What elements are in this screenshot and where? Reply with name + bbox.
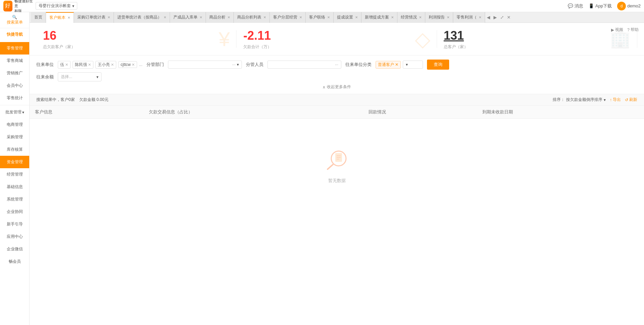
svg-line-1 [328, 165, 333, 169]
sidebar: 🔍 搜索菜单 快捷导航 零售管理 零售商城 营销推广 会员中心 [0, 12, 30, 325]
tab-close-purchase-order[interactable]: ✕ [108, 15, 110, 19]
stat-owing-label: 总欠款客户（家） [43, 44, 75, 50]
category-tag-normal: 普通客户 ✕ [376, 61, 401, 69]
tab-close-inbound-stat[interactable]: ✕ [164, 15, 166, 19]
unit-tag-wu-remove[interactable]: ✕ [65, 63, 68, 67]
sidebar-search[interactable]: 🔍 搜索菜单 [0, 12, 29, 28]
category-tag-remove[interactable]: ✕ [395, 62, 398, 67]
tabs-maximize[interactable]: ⤢ [499, 12, 505, 23]
filter-section: 往来单位 伍 ✕ 陈民强 ✕ 王小亮 [30, 56, 644, 94]
tab-new-achievement[interactable]: 新增提成方案 ✕ [361, 12, 397, 23]
tab-profit-report[interactable]: 利润报告 ✕ [425, 12, 453, 23]
top-bar: 好 畅捷通好生意 标版 母婴行业演示帐套 ▾ 💬 消息 📱 App下载 d de… [0, 0, 644, 12]
help-links: ▶ 视频 ? 帮助 [611, 27, 639, 33]
tab-product-analysis[interactable]: 商品分析 ✕ [206, 12, 234, 23]
balance-chevron-icon: ▾ [96, 75, 98, 79]
sidebar-item-retail-mall[interactable]: 零售商城 [0, 55, 29, 67]
tab-close-retail-profit[interactable]: ✕ [479, 15, 481, 19]
sidebar-item-wholesale-mgmt[interactable]: 批发管理 ▾ [0, 106, 29, 118]
account-selector[interactable]: 母婴行业演示帐套 ▾ [36, 2, 77, 10]
unit-tag-wu: 伍 ✕ [58, 61, 71, 69]
tab-close-accounts[interactable]: ✕ [68, 16, 70, 20]
tab-close-customer-tier[interactable]: ✕ [299, 15, 302, 19]
sidebar-item-app-center[interactable]: 应用中心 [0, 230, 29, 243]
diamond-watermark-icon: ◇ [415, 27, 430, 51]
tab-promotion-settings[interactable]: 提成设置 ✕ [334, 12, 361, 23]
tab-close-product-analysis[interactable]: ✕ [227, 15, 230, 19]
sidebar-item-system-mgmt[interactable]: 系统管理 [0, 193, 29, 206]
tabs-scroll-left[interactable]: ◀ [485, 12, 492, 23]
tab-close-profit-report[interactable]: ✕ [447, 15, 449, 19]
tab-close-product-analysis-list[interactable]: ✕ [263, 15, 266, 19]
tab-cost-inbound[interactable]: 产成品入库单 ✕ [170, 12, 206, 23]
refresh-button[interactable]: ↺ 刷新 [625, 97, 637, 103]
sidebar-item-new-guide[interactable]: 新手引导 [0, 218, 29, 230]
filter-row-1: 往来单位 伍 ✕ 陈民强 ✕ 王小亮 [36, 60, 637, 70]
sidebar-item-member-center[interactable]: 会员中心 [0, 79, 29, 92]
sidebar-item-enterprise-coop[interactable]: 企业协同 [0, 206, 29, 218]
tab-close-customer-contact[interactable]: ✕ [327, 15, 330, 19]
unit-tag-cjttcw: cjttcw ✕ [118, 61, 137, 68]
sidebar-nav: 零售管理 零售商城 营销推广 会员中心 零售统计 批发管理 [0, 41, 29, 269]
video-help-link[interactable]: ▶ 视频 [611, 27, 623, 33]
tab-operations[interactable]: 经营情况 ✕ [397, 12, 425, 23]
stat-owing-amount: ◇ -2.11 欠款合计（万） [237, 28, 437, 50]
tab-customer-tier[interactable]: 客户分层经营 ✕ [270, 12, 306, 23]
sidebar-item-purchase-mgmt[interactable]: 采购管理 [0, 131, 29, 143]
tab-accounts[interactable]: 客户账本 ✕ [46, 12, 74, 23]
col-overdue-date: 到期未收款日期 [477, 106, 644, 119]
collapse-up-icon: ∧ [323, 85, 326, 89]
sort-selector[interactable]: 排序： 按欠款金额倒序排序 ▾ [553, 97, 606, 103]
dept-filter-select[interactable]: ··· ▾ [168, 61, 242, 69]
tab-close-new-achievement[interactable]: ✕ [391, 15, 394, 19]
tab-customer-contact[interactable]: 客户联络 ✕ [306, 12, 334, 23]
sidebar-item-retail-mgmt[interactable]: 零售管理 [0, 42, 29, 55]
results-bar: 搜索结果中，客户0家 欠款金额 0.00元 排序： 按欠款金额倒序排序 ▾ ↑ … [30, 94, 644, 106]
sidebar-item-marketing[interactable]: 营销推广 [0, 67, 29, 79]
main-content: ¥ 16 总欠款客户（家） ◇ -2.11 欠款合计（万） 🏢 131 [30, 23, 644, 325]
sidebar-item-retail-stats[interactable]: 零售统计 [0, 92, 29, 104]
mobile-icon: 📱 [589, 3, 594, 8]
export-button[interactable]: ↑ 导出 [610, 97, 621, 103]
sidebar-item-vip-member[interactable]: 畅会员 [0, 255, 29, 268]
sidebar-item-basic-info[interactable]: 基础信息 [0, 181, 29, 193]
sidebar-item-inventory-check[interactable]: 库存核算 [0, 143, 29, 156]
sidebar-item-ecommerce-mgmt[interactable]: 电商管理 [0, 118, 29, 131]
sidebar-item-nav[interactable]: 快捷导航 [0, 28, 29, 41]
collapse-button[interactable]: ∧ 收起更多条件 [323, 84, 351, 90]
logo-icon: 好 [3, 1, 12, 11]
yuan-watermark-icon: ¥ [219, 28, 230, 51]
unit-tag-cjttcw-remove[interactable]: ✕ [132, 63, 135, 67]
tab-close-promotion-settings[interactable]: ✕ [355, 15, 358, 19]
sidebar-item-capital-mgmt[interactable]: 资金管理 [0, 156, 29, 168]
table-header-row: 客户信息 欠款交易信息（占比） 回款情况 到期未收款日期 [30, 106, 644, 119]
unit-tags-more[interactable]: ... [139, 62, 142, 67]
tabs-scroll-right[interactable]: ▶ [492, 12, 499, 23]
tab-home[interactable]: 首页 [31, 12, 46, 23]
category-filter-select[interactable]: ▾ [403, 61, 423, 69]
col-debit-info: 欠款交易信息（占比） [143, 106, 363, 119]
app-download-button[interactable]: 📱 App下载 [589, 3, 612, 9]
sidebar-item-operations-mgmt[interactable]: 经营管理 [0, 168, 29, 181]
tab-product-analysis-list[interactable]: 商品分析列表 ✕ [234, 12, 270, 23]
tab-close-operations[interactable]: ✕ [419, 15, 422, 19]
person-filter-select[interactable]: ··· [267, 61, 341, 69]
query-button[interactable]: 查询 [427, 60, 449, 70]
tab-purchase-order[interactable]: 采购订单统计表 ✕ [74, 12, 114, 23]
unit-tag-wang-remove[interactable]: ✕ [111, 63, 114, 67]
user-menu[interactable]: d demo2 [617, 2, 641, 10]
tab-inbound-stat[interactable]: 进货单统计表（按商品） ✕ [114, 12, 170, 23]
empty-state: 暂无数据 [30, 119, 644, 211]
message-button[interactable]: 💬 消息 [568, 3, 583, 9]
balance-filter-select[interactable]: 选择... ▾ [58, 72, 101, 81]
tab-close-cost-inbound[interactable]: ✕ [200, 15, 202, 19]
sidebar-item-enterprise-wechat[interactable]: 企业微信 [0, 243, 29, 255]
stat-total-customers: 🏢 131 总客户（家） [437, 28, 637, 50]
person-filter-label: 分管人员 [246, 62, 263, 68]
stat-total-value: 131 [444, 28, 464, 43]
unit-tag-chen-remove[interactable]: ✕ [88, 63, 91, 67]
tab-retail-profit[interactable]: 零售利润（ ✕ [453, 12, 485, 23]
help-link-button[interactable]: ? 帮助 [627, 27, 639, 33]
unit-filter-tags: 伍 ✕ 陈民强 ✕ 王小亮 ✕ [58, 61, 142, 69]
tabs-close-all[interactable]: ✕ [505, 12, 512, 23]
